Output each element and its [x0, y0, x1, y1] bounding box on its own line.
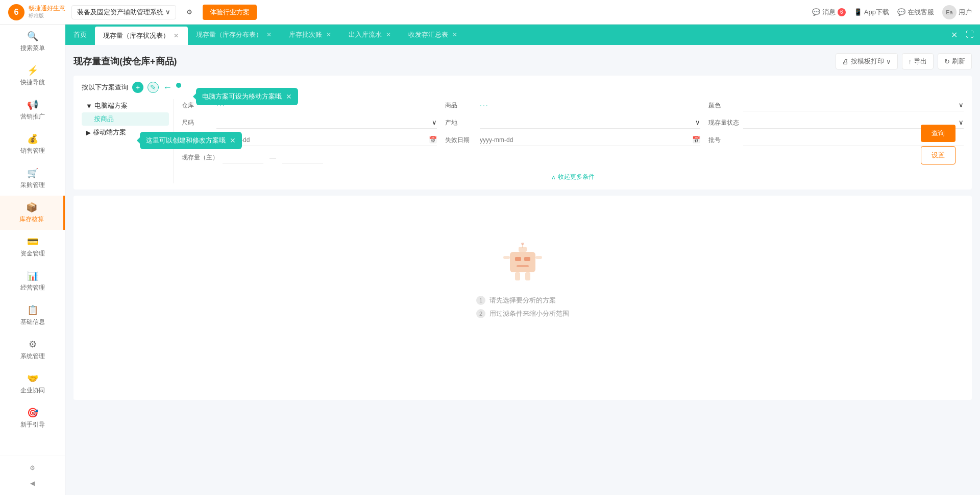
filter-size: 尺码 ∨ — [182, 116, 437, 129]
sidebar-item-system[interactable]: ⚙ 系统管理 — [0, 333, 65, 367]
origin-label: 产地 — [445, 119, 476, 127]
settings-icon[interactable]: ⚙ — [182, 5, 197, 19]
system-selector[interactable]: 装备及固定资产辅助管理系统 ∨ — [71, 5, 176, 19]
tooltip1-close-btn[interactable]: ✕ — [286, 92, 292, 101]
close-tab-icon[interactable]: ✕ — [949, 28, 960, 42]
sidebar-item-enterprise[interactable]: 🤝 企业协同 — [0, 367, 65, 401]
page-actions: 🖨 按模板打印 ∨ ↑ 导出 ↻ 刷新 — [836, 53, 972, 69]
goods-label: 商品 — [445, 101, 476, 110]
tab-label: 库存批次账 — [289, 30, 322, 39]
sidebar-item-finance[interactable]: 💳 资金管理 — [0, 230, 65, 264]
query-btn[interactable]: 查询 — [921, 125, 955, 142]
sidebar-item-label: 资金管理 — [20, 249, 45, 258]
tab-label: 现存量（库存分布表） — [196, 30, 262, 39]
printer-icon: 🖨 — [842, 58, 849, 65]
export-btn[interactable]: ↑ 导出 — [902, 53, 934, 69]
empty-step-1: 1 请先选择要分析的方案 — [476, 296, 569, 305]
service-icon: 💬 — [897, 8, 905, 16]
message-btn[interactable]: 💬 消息 6 — [812, 8, 846, 17]
sidebar-item-basic-info[interactable]: 📋 基础信息 — [0, 298, 65, 333]
tab-in-out-flow[interactable]: 出入库流水 ✕ — [340, 25, 400, 45]
filter-row-4: 现存量（主） — — [182, 151, 964, 163]
expiry-date-input[interactable]: 📅 — [480, 134, 700, 146]
filter-row-3: 生产日期 📅 失效日期 — [182, 134, 964, 146]
filter-back-btn[interactable]: ← — [163, 82, 172, 93]
query-btn-area: 查询 设置 — [921, 125, 955, 164]
stock-main-from[interactable] — [223, 151, 263, 163]
svg-rect-7 — [503, 256, 510, 259]
sidebar-settings-btn[interactable]: ⚙ — [0, 460, 65, 476]
origin-select[interactable]: ∨ — [480, 116, 700, 129]
message-label: 消息 — [822, 8, 836, 17]
stock-separator: — — [270, 154, 276, 161]
money-icon: 💰 — [27, 133, 38, 145]
chevron-down-icon: ∨ — [959, 101, 964, 109]
sidebar-item-quick-nav[interactable]: ⚡ 快捷导航 — [0, 59, 65, 93]
sidebar-item-search-menu[interactable]: 🔍 搜索菜单 — [0, 25, 65, 59]
logo-area: 6 畅捷通好生意 标准版 — [8, 4, 65, 20]
sidebar-item-purchase[interactable]: 🛒 采购管理 — [0, 161, 65, 196]
sidebar-item-label: 经营管理 — [20, 284, 45, 292]
tab-close-icon[interactable]: ✕ — [385, 30, 392, 39]
lightning-icon: ⚡ — [27, 65, 38, 76]
header-right: 💬 消息 6 📱 App下载 💬 在线客服 Ea 用户 — [812, 5, 972, 19]
goods-dots[interactable]: ··· — [480, 101, 489, 109]
calendar-icon[interactable]: 📅 — [429, 136, 437, 144]
filter-row-1: 仓库 ··· 商品 ··· 颜色 — [182, 99, 964, 111]
export-icon: ↑ — [909, 58, 912, 65]
maximize-icon[interactable]: ⛶ — [964, 28, 976, 41]
reset-btn[interactable]: 设置 — [921, 146, 955, 164]
stock-main-to[interactable] — [282, 151, 323, 163]
sidebar-item-guide[interactable]: 🎯 新手引导 — [0, 401, 65, 435]
size-label: 尺码 — [182, 119, 212, 127]
size-select[interactable]: ∨ — [216, 116, 437, 129]
chevron-down-icon: ∨ — [165, 8, 170, 16]
app-download-btn[interactable]: 📱 App下载 — [854, 8, 889, 17]
tab-batch-account[interactable]: 库存批次账 ✕ — [281, 25, 340, 45]
tab-inventory-distribution[interactable]: 现存量（库存分布表） ✕ — [188, 25, 281, 45]
sidebar-item-operations[interactable]: 📊 经营管理 — [0, 264, 65, 298]
online-service-label: 在线客服 — [908, 8, 934, 17]
experience-btn[interactable]: 体验行业方案 — [203, 5, 257, 20]
print-btn[interactable]: 🖨 按模板打印 ∨ — [836, 53, 898, 69]
sidebar-collapse-btn[interactable]: ◀ — [0, 476, 65, 491]
tree-item-pc[interactable]: ▼ 电脑端方案 — [82, 99, 169, 112]
tab-inventory-status[interactable]: 现存量（库存状况表） ✕ — [95, 27, 188, 45]
calendar-icon[interactable]: 📅 — [692, 136, 700, 144]
print-label: 按模板打印 — [851, 57, 884, 66]
page-header: 现存量查询(按仓库+商品) 🖨 按模板打印 ∨ ↑ 导出 ↻ — [74, 53, 972, 69]
sidebar-item-label: 企业协同 — [20, 386, 45, 395]
header-left: 6 畅捷通好生意 标准版 装备及固定资产辅助管理系统 ∨ ⚙ 体验行业方案 — [8, 4, 257, 20]
user-area[interactable]: Ea 用户 — [942, 5, 972, 19]
filter-fields: 查询 设置 仓库 ··· 商品 — [174, 99, 964, 183]
empty-step-2: 2 用过滤条件来缩小分析范围 — [476, 309, 569, 318]
tree-item-label: 电脑端方案 — [94, 101, 128, 110]
sidebar-item-label: 库存核算 — [19, 215, 44, 224]
tab-close-icon[interactable]: ✕ — [325, 30, 332, 39]
production-date-field[interactable] — [216, 136, 429, 144]
online-service-btn[interactable]: 💬 在线客服 — [897, 8, 934, 17]
production-date-input[interactable]: 📅 — [216, 134, 437, 146]
tab-home-label: 首页 — [74, 30, 87, 39]
filter-add-btn[interactable]: + — [132, 82, 143, 93]
collapse-btn[interactable]: ∧ 收起更多条件 — [182, 169, 964, 183]
filter-edit-btn[interactable]: ✎ — [148, 82, 159, 93]
filter-label: 按以下方案查询 — [82, 83, 128, 92]
sidebar-item-sales[interactable]: 💰 销售管理 — [0, 127, 65, 161]
color-select[interactable]: ∨ — [743, 99, 964, 111]
sidebar-item-marketing[interactable]: 📢 营销推广 — [0, 93, 65, 127]
batch-label: 批号 — [708, 136, 739, 145]
sidebar-item-inventory[interactable]: 📦 库存核算 — [0, 196, 65, 230]
tab-close-icon[interactable]: ✕ — [451, 30, 458, 39]
tree-item-pc-sub[interactable]: 按商品 — [82, 112, 169, 126]
step1-text: 请先选择要分析的方案 — [489, 296, 556, 305]
chevron-down-icon: ∨ — [959, 119, 964, 126]
refresh-btn[interactable]: ↻ 刷新 — [938, 53, 972, 69]
tab-home[interactable]: 首页 — [65, 25, 95, 45]
tab-close-icon[interactable]: ✕ — [173, 31, 180, 40]
expiry-date-field[interactable] — [480, 136, 692, 144]
tab-receive-summary[interactable]: 收发存汇总表 ✕ — [400, 25, 467, 45]
tab-label: 出入库流水 — [349, 30, 382, 39]
tooltip2-close-btn[interactable]: ✕ — [230, 136, 236, 145]
tab-close-icon[interactable]: ✕ — [265, 30, 273, 39]
